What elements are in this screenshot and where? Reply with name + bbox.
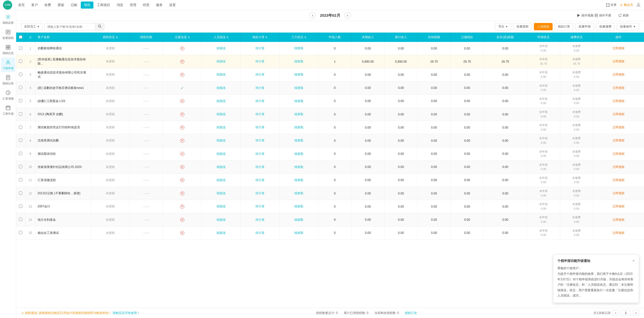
- batch-report-btn[interactable]: 批量申报: [575, 23, 594, 30]
- cell-tax-calc[interactable]: 待计算: [241, 174, 279, 187]
- col-header-third-party[interactable]: 三方协议 ⇅: [279, 33, 318, 42]
- cell-person-report[interactable]: 续报送: [202, 134, 241, 147]
- sidebar-item-record[interactable]: 报税记录: [1, 73, 15, 87]
- cell-person-report[interactable]: 续报送: [202, 187, 241, 200]
- cell-action[interactable]: 立即授权: [593, 68, 644, 81]
- cell-action[interactable]: 立即授权: [593, 55, 644, 68]
- cell-person-report[interactable]: 续报送: [202, 226, 241, 239]
- search-input[interactable]: [45, 24, 95, 30]
- sidebar-item-batch-tax[interactable]: 批量报税: [1, 27, 15, 42]
- cell-action[interactable]: 立即授权: [593, 147, 644, 160]
- cell-tax-calc[interactable]: 待计算: [241, 121, 279, 134]
- cell-action[interactable]: 立即授权: [593, 226, 644, 239]
- sidebar-item-settlement[interactable]: 汇算清缴: [1, 88, 15, 103]
- cell-third-party[interactable]: 续签取: [279, 187, 318, 200]
- nav-item-ops[interactable]: 经营: [140, 2, 152, 9]
- cell-checkbox[interactable]: [16, 42, 25, 55]
- employee-filter-select[interactable]: 全部员工 ▼: [21, 23, 42, 30]
- cell-action[interactable]: 立即授权: [593, 81, 644, 94]
- cell-checkbox[interactable]: [16, 187, 25, 200]
- cell-third-party[interactable]: 续签取: [279, 108, 318, 121]
- select-all-checkbox[interactable]: [19, 35, 22, 39]
- cell-third-party[interactable]: 续签取: [279, 55, 318, 68]
- cell-person-report[interactable]: 续报送: [202, 55, 241, 68]
- cell-checkbox[interactable]: [16, 174, 25, 187]
- cell-person-report[interactable]: 续报送: [202, 160, 241, 174]
- col-header-reg-info[interactable]: 注册信息 ⇅: [163, 33, 202, 42]
- sidebar-item-overview[interactable]: 报税总览: [1, 42, 15, 57]
- cell-tax-calc[interactable]: 待计算: [241, 94, 279, 108]
- cell-person-report[interactable]: 续报送: [202, 200, 241, 213]
- nav-item-fee[interactable]: 收费: [41, 2, 54, 9]
- next-page-btn[interactable]: ›: [633, 310, 639, 316]
- cell-third-party[interactable]: 续签取: [279, 121, 318, 134]
- cell-third-party[interactable]: 续签取: [279, 134, 318, 147]
- cell-action[interactable]: 立即授权: [593, 94, 644, 108]
- cell-tax-calc[interactable]: 待计算: [241, 187, 279, 200]
- cell-third-party[interactable]: 续签取: [279, 147, 318, 160]
- cell-checkbox[interactable]: [16, 200, 25, 213]
- cell-tax-calc[interactable]: 待计算: [241, 55, 279, 68]
- batch-auth-btn[interactable]: 批量授权: [513, 23, 532, 30]
- cell-tax-calc[interactable]: 待计算: [241, 108, 279, 121]
- cell-person-report[interactable]: 续报送: [202, 68, 241, 81]
- cell-action[interactable]: 立即授权: [593, 121, 644, 134]
- nav-vip[interactable]: ★ 畅会员: [620, 3, 633, 7]
- cell-checkbox[interactable]: [16, 160, 25, 174]
- sidebar-item-tax-settings[interactable]: 报税设置: [1, 12, 15, 27]
- col-header-tax-calc[interactable]: 税款计算 ⇅: [241, 33, 279, 42]
- cell-tax-calc[interactable]: 待计算: [241, 68, 279, 81]
- warn-link[interactable]: 请购买后尽快使用！: [113, 311, 140, 315]
- col-header-person-report[interactable]: 人员报送 ⇅: [202, 33, 241, 42]
- cell-third-party[interactable]: 续签取: [279, 174, 318, 187]
- page-input[interactable]: [621, 310, 631, 316]
- cell-third-party[interactable]: 续签取: [279, 213, 318, 226]
- prev-page-btn[interactable]: ‹: [613, 310, 619, 316]
- sidebar-item-annual-report[interactable]: 工商年报: [1, 103, 15, 118]
- cell-tax-calc[interactable]: 待计算: [241, 200, 279, 213]
- search-button[interactable]: [95, 23, 104, 30]
- cell-third-party[interactable]: 续签取: [279, 42, 318, 55]
- nav-item-message[interactable]: 消息: [114, 2, 126, 9]
- nav-item-accounting[interactable]: 记账: [68, 2, 80, 9]
- tax-calc-btn[interactable]: 税款计算: [555, 23, 573, 30]
- cell-third-party[interactable]: 续签取: [279, 68, 318, 81]
- rights-link[interactable]: 授权订史: [405, 311, 417, 315]
- nav-item-business[interactable]: 工商项目: [94, 2, 113, 9]
- cell-person-report[interactable]: 续报送: [202, 147, 241, 160]
- cell-action[interactable]: 立即授权: [593, 213, 644, 226]
- cell-checkbox[interactable]: [16, 108, 25, 121]
- cell-checkbox[interactable]: [16, 226, 25, 239]
- cell-checkbox[interactable]: [16, 213, 25, 226]
- nav-user[interactable]: [636, 2, 641, 8]
- prev-month-btn[interactable]: ‹: [309, 12, 316, 19]
- cell-third-party[interactable]: 续签取: [279, 200, 318, 213]
- personal-report-btn[interactable]: 人员报送: [534, 23, 553, 30]
- export-btn[interactable]: 导出 ▼: [495, 23, 511, 30]
- cell-checkbox[interactable]: [16, 81, 25, 94]
- cell-third-party[interactable]: 续签取: [279, 226, 318, 239]
- cell-tax-calc[interactable]: 待计算: [241, 42, 279, 55]
- cell-person-report[interactable]: 续报送: [202, 42, 241, 55]
- next-month-btn[interactable]: ›: [344, 12, 351, 19]
- nav-item-settings[interactable]: 设置: [166, 2, 179, 9]
- cell-checkbox[interactable]: [16, 94, 25, 108]
- cell-third-party[interactable]: 续签取: [279, 81, 318, 94]
- cell-tax-calc[interactable]: 待计算: [241, 213, 279, 226]
- video-btn[interactable]: 操作视频: [577, 13, 594, 18]
- nav-item-home[interactable]: 首页: [15, 2, 28, 9]
- cell-person-report[interactable]: 续报送: [202, 213, 241, 226]
- nav-item-manage[interactable]: 管理: [127, 2, 139, 9]
- nav-fullscreen[interactable]: 全屏: [606, 3, 616, 7]
- cell-action[interactable]: 立即授权: [593, 174, 644, 187]
- cell-third-party[interactable]: 续签取: [279, 160, 318, 174]
- popup-close-btn[interactable]: ×: [632, 259, 635, 263]
- cell-tax-calc[interactable]: 待计算: [241, 134, 279, 147]
- cell-tax-calc[interactable]: 待计算: [241, 160, 279, 174]
- cell-checkbox[interactable]: [16, 55, 25, 68]
- cell-action[interactable]: 立即授权: [593, 160, 644, 174]
- nav-item-service[interactable]: 服务: [153, 2, 166, 9]
- cell-checkbox[interactable]: [16, 134, 25, 147]
- cell-checkbox[interactable]: [16, 121, 25, 134]
- nav-item-invoice[interactable]: 票据: [55, 2, 67, 9]
